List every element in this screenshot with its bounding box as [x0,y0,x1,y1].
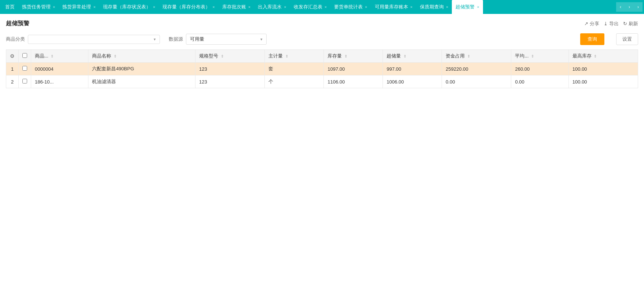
product-name-cell: 六配套新昌490BPG [88,63,195,75]
refresh-icon: ↻ [623,21,627,26]
sort-icon: ⇕ [221,54,224,58]
nav-summary[interactable]: 收发存汇总表 × [290,0,330,14]
sort-icon: ⇕ [51,54,54,58]
sort-icon: ⇕ [285,54,288,58]
table-header-row: ⚙ 商品... ⇕ 商品名称 ⇕ 规格型号 ⇕ 主计量 [6,50,638,63]
nav-home[interactable]: 首页 [1,0,18,14]
spec-cell: 123 [195,63,265,75]
stock-cell: 1097.00 [324,63,383,75]
nav-flow[interactable]: 出入库流水 × [254,0,290,14]
category-filter: 商品分类 ▾ [6,35,160,44]
th-capital-occupy[interactable]: 资金占用 ⇕ [442,50,511,63]
row-num-cell: 1 [6,63,19,75]
nav-requisition-stats[interactable]: 要货单统计表 × [330,0,371,14]
th-product-code[interactable]: 商品... ⇕ [31,50,88,63]
row-num-cell: 2 [6,75,19,88]
nav-quality-period[interactable]: 保质期查询 × [416,0,452,14]
category-select[interactable]: ▾ [28,35,160,44]
row-checkbox[interactable] [22,79,27,84]
sort-icon: ⇕ [114,54,117,58]
sort-icon: ⇕ [403,54,406,58]
close-icon[interactable]: × [325,5,327,9]
nav-stock-distribution[interactable]: 现存量（库存分布表） × [159,0,218,14]
max-stock-cell: 100.00 [568,75,638,88]
close-icon[interactable]: × [446,5,448,9]
nav-overstock-warning[interactable]: 超储预警 × [452,0,483,14]
overstock-cell: 997.00 [383,63,442,75]
close-icon[interactable]: × [212,5,215,9]
close-icon[interactable]: × [53,5,55,9]
capital-occupy-cell: 0.00 [442,75,511,88]
th-max-stock[interactable]: 最高库存 ⇕ [568,50,638,63]
max-stock-cell: 100.00 [568,63,638,75]
share-icon: ↗ [584,21,588,26]
row-checkbox-cell [19,75,31,88]
nav-exception-handling[interactable]: 拣货异常处理 × [59,0,99,14]
sort-icon: ⇕ [344,54,347,58]
close-icon[interactable]: × [410,5,413,9]
row-checkbox-cell [19,63,31,75]
export-icon: ⤓ [604,21,608,26]
share-button[interactable]: ↗ 分享 [584,21,599,27]
settings-button[interactable]: 设置 [616,33,638,45]
nav-available-book[interactable]: 可用量库存账本 × [371,0,416,14]
capital-occupy-cell: 259220.00 [442,63,511,75]
unit-cell: 个 [265,75,324,88]
close-icon[interactable]: × [248,5,250,9]
nav-more-button[interactable]: › [634,2,643,12]
avg-cell: 260.00 [511,63,568,75]
th-spec[interactable]: 规格型号 ⇕ [195,50,265,63]
th-unit[interactable]: 主计量 ⇕ [265,50,324,63]
datasource-select-value: 可用量 [190,36,204,42]
product-code-cell: 0000004 [31,63,88,75]
close-icon[interactable]: × [365,5,367,9]
th-product-name[interactable]: 商品名称 ⇕ [88,50,195,63]
table-row: 1 0000004 六配套新昌490BPG 123 套 1097.00 997.… [6,63,638,75]
page-container: 超储预警 ↗ 分享 ⤓ 导出 ↻ 刷新 商品分类 ▾ 数据源 [0,14,644,293]
filter-row: 商品分类 ▾ 数据源 可用量 ▾ 查询 设置 [6,33,638,45]
datasource-filter: 数据源 可用量 ▾ [169,34,267,45]
close-icon[interactable]: × [93,5,95,9]
refresh-button[interactable]: ↻ 刷新 [623,21,638,27]
th-overstock[interactable]: 超储量 ⇕ [383,50,442,63]
stock-cell: 1106.00 [324,75,383,88]
datasource-select[interactable]: 可用量 ▾ [186,34,267,45]
data-table: ⚙ 商品... ⇕ 商品名称 ⇕ 规格型号 ⇕ 主计量 [6,49,638,88]
product-code-cell: 186-10... [31,75,88,88]
unit-cell: 套 [265,63,324,75]
nav-arrows: ‹ › › [616,2,643,12]
gear-icon[interactable]: ⚙ [10,53,15,59]
nav-stock-status[interactable]: 现存量（库存状况表） × [99,0,159,14]
avg-cell: 0.00 [511,75,568,88]
nav-batch-account[interactable]: 库存批次账 × [219,0,254,14]
datasource-label: 数据源 [169,36,183,42]
row-checkbox[interactable] [22,66,27,71]
select-all-checkbox[interactable] [22,53,27,58]
table-row: 2 186-10... 机油滤清器 123 个 1106.00 1006.00 … [6,75,638,88]
export-button[interactable]: ⤓ 导出 [604,21,619,27]
nav-prev-button[interactable]: ‹ [616,2,625,12]
page-header: 超储预警 ↗ 分享 ⤓ 导出 ↻ 刷新 [6,20,638,27]
page-title: 超储预警 [6,20,29,27]
sort-icon: ⇕ [531,54,534,58]
chevron-down-icon: ▾ [154,37,156,42]
sort-icon: ⇕ [594,54,597,58]
close-icon[interactable]: × [153,5,155,9]
query-button[interactable]: 查询 [580,33,604,45]
nav-task-management[interactable]: 拣货任务管理 × [18,0,59,14]
th-avg[interactable]: 平均... ⇕ [511,50,568,63]
nav-next-button[interactable]: › [625,2,634,12]
header-actions: ↗ 分享 ⤓ 导出 ↻ 刷新 [584,21,638,27]
th-settings: ⚙ [6,50,19,63]
close-icon[interactable]: × [284,5,286,9]
top-nav: 首页 拣货任务管理 × 拣货异常处理 × 现存量（库存状况表） × 现存量（库存… [0,0,644,14]
spec-cell: 123 [195,75,265,88]
category-label: 商品分类 [6,36,25,42]
overstock-cell: 1006.00 [383,75,442,88]
chevron-down-icon: ▾ [260,37,263,42]
sort-icon: ⇕ [467,54,470,58]
product-name-cell: 机油滤清器 [88,75,195,88]
th-checkbox [19,50,31,63]
th-stock[interactable]: 库存量 ⇕ [324,50,383,63]
close-icon[interactable]: × [477,5,479,9]
